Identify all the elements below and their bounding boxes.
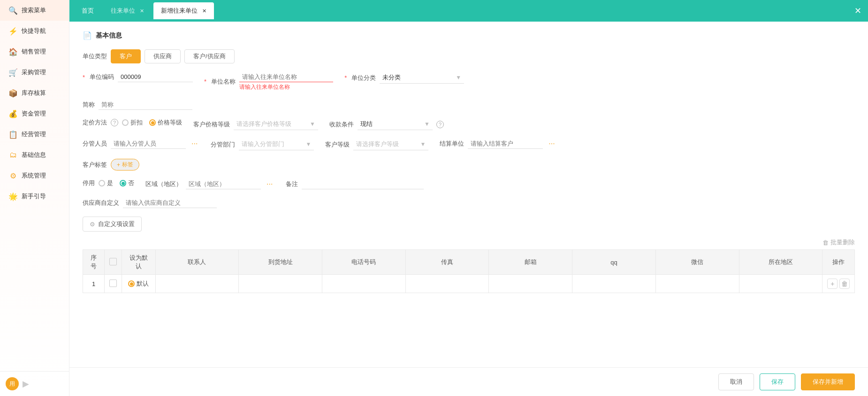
save-new-button[interactable]: 保存并新增 [801, 373, 855, 390]
tab-new-partner-close[interactable]: ✕ [202, 8, 206, 14]
row-checkbox[interactable] [109, 280, 117, 287]
qq-input[interactable] [577, 280, 651, 287]
address-input[interactable] [244, 280, 317, 287]
tag-label: 客户标签 [83, 161, 107, 169]
supplier-custom-field: 供应商自定义 [83, 198, 217, 208]
region-input[interactable] [186, 179, 261, 189]
select-all-checkbox[interactable] [109, 258, 117, 265]
tab-new-partner[interactable]: 新增往来单位 ✕ [153, 2, 214, 19]
pricing-help-icon[interactable]: ? [111, 119, 118, 126]
fax-input[interactable] [411, 280, 484, 287]
supplier-custom-row: 供应商自定义 [83, 198, 855, 208]
email-input[interactable] [494, 280, 567, 287]
sidebar-item-guide[interactable]: 🌟 新手引导 [0, 186, 69, 207]
row-phone[interactable] [322, 275, 405, 293]
sidebar-item-search[interactable]: 🔍 搜索菜单 [0, 0, 69, 21]
save-button[interactable]: 保存 [760, 373, 795, 390]
payment-terms-value: 现结 [360, 120, 422, 128]
customize-settings-button[interactable]: ⚙ 自定义项设置 [83, 217, 142, 232]
payment-terms-select[interactable]: 现结 ▼ [358, 118, 433, 130]
row-wechat[interactable] [655, 275, 739, 293]
sidebar-item-inventory[interactable]: 📦 库存核算 [0, 83, 69, 103]
sidebar-item-purchase[interactable]: 🛒 采购管理 [0, 62, 69, 83]
customer-level-chevron-icon: ▼ [420, 141, 426, 148]
unit-code-label: 单位编码 [90, 73, 114, 81]
unit-type-label: 单位类型 [83, 52, 107, 61]
add-row-button[interactable]: + [827, 279, 838, 289]
level-label: 价格等级 [158, 118, 182, 127]
department-select[interactable]: 请输入分管部门 ▼ [239, 139, 314, 150]
sidebar-item-sales[interactable]: 🏠 销售管理 [0, 41, 69, 62]
sidebar-item-quicknav[interactable]: ⚡ 快捷导航 [0, 21, 69, 41]
unit-code-field: * 单位编码 [83, 72, 193, 82]
pricing-discount-radio[interactable]: 折扣 [122, 118, 143, 127]
col-phone: 电话号码 [322, 250, 405, 275]
unit-category-select[interactable]: 未分类 ▼ [380, 72, 464, 84]
tag-row: 客户标签 + 标签 [83, 159, 855, 171]
sidebar-item-basic[interactable]: 🗂 基础信息 [0, 145, 69, 165]
region-table-input[interactable] [744, 280, 818, 287]
pricing-level-radio[interactable]: 价格等级 [149, 118, 182, 127]
row-fax[interactable] [405, 275, 489, 293]
batch-delete-label[interactable]: 批量删除 [830, 238, 855, 247]
price-level-placeholder: 请选择客户价格等级 [236, 120, 308, 128]
supplier-custom-input[interactable] [123, 198, 217, 208]
row-default-radio[interactable]: 默认 [127, 280, 150, 288]
row-qq[interactable] [572, 275, 656, 293]
unit-category-field: * 单位分类 未分类 ▼ [344, 72, 464, 84]
sidebar-expand-icon[interactable]: ▶ [23, 379, 29, 389]
tab-partner-list-close[interactable]: ✕ [140, 8, 144, 14]
row-address[interactable] [239, 275, 322, 293]
unit-name-input[interactable] [239, 72, 333, 82]
level-radio-circle [149, 119, 156, 126]
sidebar-item-basic-label: 基础信息 [22, 151, 46, 159]
row-contact[interactable] [155, 275, 239, 293]
row-region[interactable] [739, 275, 822, 293]
phone-input[interactable] [327, 280, 401, 287]
tab-home[interactable]: 首页 [74, 2, 101, 19]
unit-type-supplier-btn[interactable]: 供应商 [145, 49, 181, 63]
disabled-no-radio[interactable]: 否 [120, 179, 134, 187]
remark-field: 备注 [286, 179, 424, 189]
guide-icon: 🌟 [8, 192, 18, 201]
contact-input[interactable] [160, 280, 234, 287]
unit-name-error: 请输入往来单位名称 [239, 83, 333, 91]
delete-row-button[interactable]: 🗑 [839, 279, 850, 289]
remark-input[interactable] [302, 179, 424, 189]
category-required: * [344, 74, 347, 81]
unit-category-value: 未分类 [382, 73, 454, 82]
sidebar-item-system[interactable]: ⚙ 系统管理 [0, 165, 69, 186]
manager-input[interactable] [111, 139, 186, 149]
row-default-radio-circle [128, 280, 135, 287]
col-seq: 序号 [83, 250, 105, 275]
col-fax: 传真 [405, 250, 489, 275]
disabled-field: 停用 是 否 [83, 179, 134, 187]
settlement-dots-icon[interactable]: ··· [547, 140, 556, 148]
tab-partner-list[interactable]: 往来单位 ✕ [103, 2, 152, 19]
region-dots-icon[interactable]: ··· [265, 180, 274, 188]
search-menu-icon: 🔍 [8, 6, 18, 15]
cancel-button[interactable]: 取消 [718, 373, 754, 390]
row-default: 默认 [122, 275, 155, 293]
tab-home-label: 首页 [82, 7, 94, 15]
price-level-select[interactable]: 请选择客户价格等级 ▼ [234, 118, 318, 130]
wechat-input[interactable] [661, 280, 734, 287]
add-tag-button[interactable]: + 标签 [111, 159, 139, 171]
manager-dots-icon[interactable]: ··· [190, 140, 199, 148]
row-email[interactable] [489, 275, 572, 293]
sidebar-item-finance[interactable]: 💰 资金管理 [0, 103, 69, 124]
window-close-icon[interactable]: ✕ [854, 7, 861, 15]
unit-type-customer-btn[interactable]: 客户 [111, 49, 141, 63]
disabled-yes-radio[interactable]: 是 [99, 179, 113, 187]
main-area: 首页 往来单位 ✕ 新增往来单位 ✕ ✕ 📄 基本信息 单位类型 客户 供应商 … [69, 0, 868, 396]
unit-code-input[interactable] [118, 72, 193, 82]
settlement-input[interactable] [468, 139, 543, 149]
code-name-row: * 单位编码 * 单位名称 请输入往来单位名称 * 单位分类 未分类 ▼ [83, 72, 855, 91]
customer-level-select[interactable]: 请选择客户等级 ▼ [353, 139, 428, 150]
sidebar-item-operations[interactable]: 📋 经营管理 [0, 124, 69, 145]
sidebar-item-search-label: 搜索菜单 [22, 6, 46, 15]
short-name-input[interactable] [99, 100, 192, 110]
unit-type-both-btn[interactable]: 客户/供应商 [184, 49, 235, 63]
sidebar-item-operations-label: 经营管理 [22, 130, 46, 139]
payment-help-icon[interactable]: ? [436, 121, 444, 128]
